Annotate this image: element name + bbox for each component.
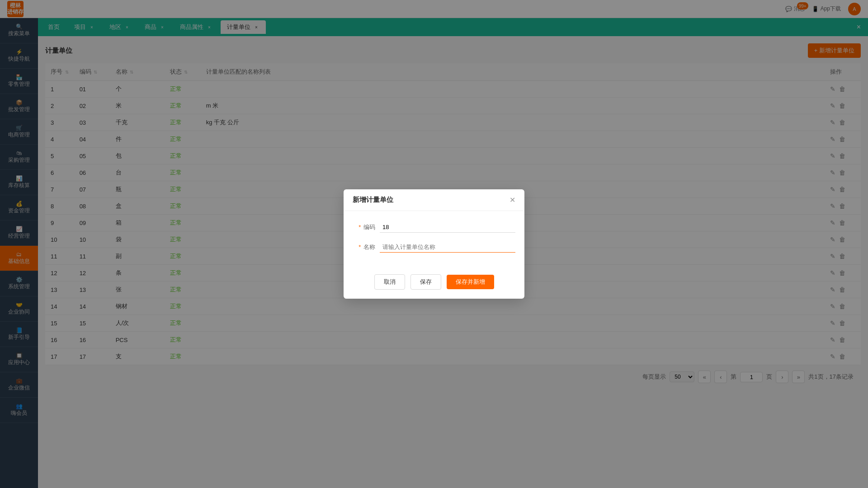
modal-body: * 编码 * 名称 [344, 211, 524, 269]
add-unit-modal: 新增计量单位 ✕ * 编码 * 名称 取消 保存 保存并新增 [344, 189, 524, 299]
name-label: * 名称 [353, 243, 380, 251]
code-input[interactable] [380, 222, 515, 233]
code-required-mark: * [359, 224, 361, 230]
modal-header: 新增计量单位 ✕ [344, 189, 524, 211]
name-input[interactable] [380, 242, 515, 253]
code-form-row: * 编码 [353, 222, 515, 233]
code-label: * 编码 [353, 223, 380, 231]
modal-title: 新增计量单位 [353, 196, 393, 204]
name-form-row: * 名称 [353, 242, 515, 253]
save-button[interactable]: 保存 [410, 274, 441, 290]
cancel-button[interactable]: 取消 [374, 274, 405, 290]
modal-footer: 取消 保存 保存并新增 [344, 269, 524, 299]
name-required-mark: * [359, 244, 361, 250]
modal-overlay[interactable]: 新增计量单位 ✕ * 编码 * 名称 取消 保存 保存并新增 [0, 0, 868, 488]
modal-close-button[interactable]: ✕ [509, 196, 515, 204]
save-and-new-button[interactable]: 保存并新增 [447, 275, 494, 289]
